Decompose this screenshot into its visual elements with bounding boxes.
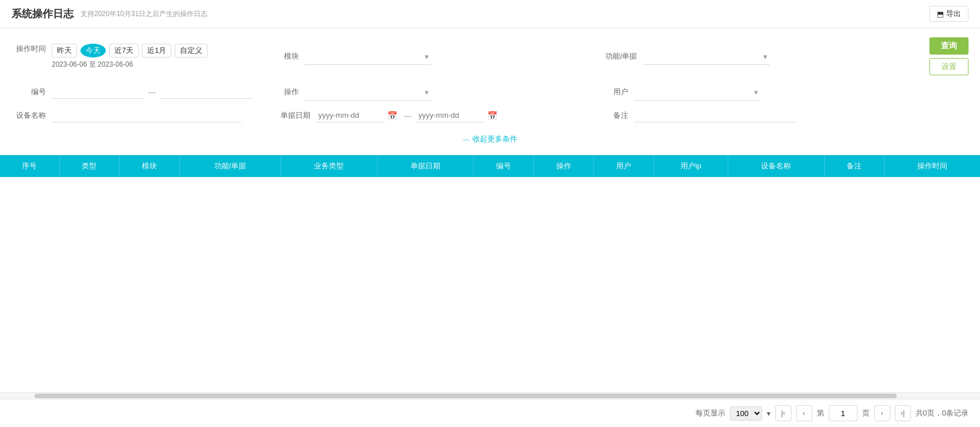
col-biztype: 业务类型	[281, 155, 378, 177]
table-header-row: 序号 类型 模块 功能/单据 业务类型 单据日期 编号 操作 用户 用户ip 设…	[0, 155, 980, 177]
collapse-bar: ︿ 收起更多条件	[11, 130, 969, 150]
user-select[interactable]	[634, 83, 760, 101]
module-select-wrapper: ▾	[305, 48, 431, 65]
filter-row-3: 设备名称 单据日期 📅 — 📅 备注	[11, 109, 969, 122]
voucher-date-label: 单据日期	[276, 110, 316, 121]
filter-row-2: 编号 — 操作 ▾ 用户	[11, 83, 969, 101]
device-input[interactable]	[52, 109, 241, 122]
col-module: 模块	[120, 155, 179, 177]
data-table: 序号 类型 模块 功能/单据 业务类型 单据日期 编号 操作 用户 用户ip 设…	[0, 155, 980, 177]
time-btn-1month[interactable]: 近1月	[142, 44, 171, 57]
function-select-wrapper: ▾	[643, 48, 770, 65]
date-sep: —	[404, 111, 412, 120]
last-page-button[interactable]: ›|	[895, 405, 911, 421]
first-page-icon: |‹	[781, 409, 785, 417]
last-page-icon: ›|	[901, 409, 905, 417]
next-page-button[interactable]: ›	[874, 405, 890, 421]
scroll-area[interactable]	[0, 392, 980, 399]
col-seq: 序号	[0, 155, 59, 177]
number-input-to[interactable]	[160, 85, 252, 99]
date-input-from[interactable]	[316, 109, 385, 122]
device-filter-section: 设备名称	[11, 109, 276, 122]
col-type: 类型	[59, 155, 119, 177]
filter-area: 操作时间 昨天 今天 近7天 近1月 自定义 2023-06-06 至 2023…	[0, 28, 980, 155]
prev-page-icon: ‹	[803, 409, 805, 417]
scroll-thumb	[34, 394, 897, 398]
page-number-input[interactable]: 1	[829, 405, 858, 421]
total-text: 共0页，0条记录	[916, 408, 969, 418]
first-page-button[interactable]: |‹	[775, 405, 791, 421]
function-select[interactable]	[643, 48, 770, 65]
col-userip: 用户ip	[654, 155, 728, 177]
page-size-arrow-icon: ▾	[767, 409, 771, 418]
filter-row-1: 操作时间 昨天 今天 近7天 近1月 自定义 2023-06-06 至 2023…	[11, 37, 969, 75]
col-remark: 备注	[824, 155, 884, 177]
page-wrapper: 系统操作日志 支持2020年10月31日之后产生的操作日志 ⬒ 导出 操作时间 …	[0, 0, 980, 427]
next-page-icon: ›	[881, 409, 883, 417]
module-filter-section: 模块 ▾	[276, 48, 597, 65]
page-size-select[interactable]: 100 50 200	[730, 406, 762, 421]
operation-select-wrapper: ▾	[305, 83, 431, 101]
date-input-to[interactable]	[416, 109, 485, 122]
page-header: 系统操作日志 支持2020年10月31日之后产生的操作日志 ⬒ 导出	[0, 0, 980, 28]
user-label: 用户	[588, 87, 634, 97]
time-btn-yesterday[interactable]: 昨天	[52, 44, 77, 57]
settings-button[interactable]: 设置	[929, 58, 969, 75]
operation-filter-section: 操作 ▾	[276, 83, 588, 101]
calendar-icon-to[interactable]: 📅	[487, 111, 497, 120]
col-device: 设备名称	[728, 155, 824, 177]
col-optime: 操作时间	[884, 155, 980, 177]
export-icon: ⬒	[937, 10, 944, 18]
page-label: 第	[817, 408, 824, 418]
page-unit: 页	[862, 408, 870, 418]
time-buttons: 昨天 今天 近7天 近1月 自定义	[52, 44, 207, 57]
device-label: 设备名称	[11, 110, 52, 121]
function-filter-section: 功能/单据 ▾	[597, 48, 918, 65]
table-container: 序号 类型 模块 功能/单据 业务类型 单据日期 编号 操作 用户 用户ip 设…	[0, 155, 980, 392]
time-btn-today[interactable]: 今天	[80, 44, 106, 57]
number-label: 编号	[11, 87, 52, 97]
module-select[interactable]	[305, 48, 431, 65]
time-filter-section: 操作时间 昨天 今天 近7天 近1月 自定义 2023-06-06 至 2023…	[11, 44, 276, 70]
query-button[interactable]: 查询	[929, 37, 969, 55]
pagination: 每页显示 100 50 200 ▾ |‹ ‹ 第 1 页 › ›| 共0页，0条…	[0, 399, 980, 427]
time-btn-custom[interactable]: 自定义	[175, 44, 207, 57]
remark-label: 备注	[588, 110, 634, 121]
number-filter-section: 编号 —	[11, 85, 276, 99]
user-filter-section: 用户 ▾	[588, 83, 900, 101]
number-sep: —	[148, 88, 156, 97]
header-left: 系统操作日志 支持2020年10月31日之后产生的操作日志	[11, 7, 207, 21]
prev-page-button[interactable]: ‹	[796, 405, 812, 421]
number-input-from[interactable]	[52, 85, 144, 99]
empty-area	[0, 177, 980, 378]
collapse-label: 收起更多条件	[472, 134, 517, 143]
page-subtitle: 支持2020年10月31日之后产生的操作日志	[80, 9, 207, 19]
time-range-text: 2023-06-06 至 2023-06-06	[52, 60, 207, 70]
export-label: 导出	[946, 9, 961, 19]
operation-select[interactable]	[305, 83, 431, 101]
export-button[interactable]: ⬒ 导出	[929, 6, 969, 22]
voucher-date-filter-section: 单据日期 📅 — 📅	[276, 109, 588, 122]
col-user: 用户	[594, 155, 654, 177]
col-voucherdate: 单据日期	[377, 155, 474, 177]
user-select-wrapper: ▾	[634, 83, 760, 101]
col-function: 功能/单据	[179, 155, 280, 177]
time-label: 操作时间	[11, 44, 52, 54]
col-number: 编号	[474, 155, 533, 177]
table-header: 序号 类型 模块 功能/单据 业务类型 单据日期 编号 操作 用户 用户ip 设…	[0, 155, 980, 177]
remark-filter-section: 备注	[588, 109, 900, 122]
module-label: 模块	[276, 51, 305, 61]
remark-input[interactable]	[634, 109, 795, 122]
calendar-icon-from[interactable]: 📅	[387, 111, 397, 120]
collapse-button[interactable]: ︿ 收起更多条件	[463, 134, 517, 144]
per-page-label: 每页显示	[695, 408, 725, 418]
operation-label: 操作	[276, 87, 305, 97]
function-label: 功能/单据	[597, 51, 643, 61]
collapse-up-icon: ︿	[463, 134, 470, 143]
time-btn-7days[interactable]: 近7天	[109, 44, 139, 57]
action-buttons: 查询 设置	[929, 37, 969, 75]
page-title: 系统操作日志	[11, 7, 74, 21]
col-operation: 操作	[533, 155, 593, 177]
time-filter-group: 昨天 今天 近7天 近1月 自定义 2023-06-06 至 2023-06-0…	[52, 44, 207, 70]
